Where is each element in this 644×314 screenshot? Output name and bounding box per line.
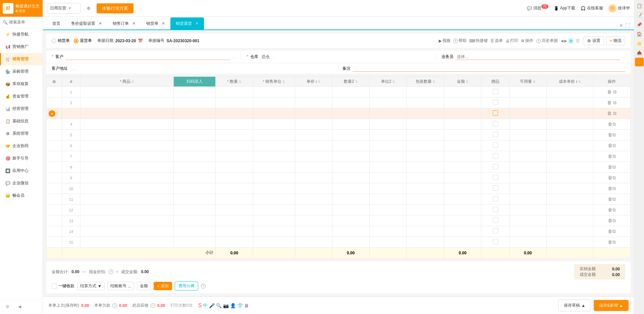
copy-icon[interactable]: ⧉ <box>612 229 616 234</box>
qty2-cell[interactable] <box>332 108 369 119</box>
add-payment-btn[interactable]: + 添加 <box>154 282 172 290</box>
save-draft-btn[interactable]: 保存草稿 ▲ <box>558 300 591 311</box>
unit-price-cell[interactable] <box>295 98 332 108</box>
gift-checkbox[interactable] <box>493 110 498 116</box>
delete-icon[interactable]: 🗑 <box>608 175 612 180</box>
tab-close-window-icon[interactable]: ✕ <box>619 23 623 28</box>
cost-sort-icon[interactable]: ⇅ <box>578 80 581 83</box>
copy-icon[interactable]: ⧉ <box>612 132 616 137</box>
next-page-icon[interactable]: ▶ <box>564 39 567 43</box>
copy-icon[interactable]: ⧉ <box>612 175 616 180</box>
sale-unit-cell[interactable] <box>253 87 295 98</box>
sidebar-item-newguide[interactable]: 🎯 新手引导 <box>0 152 43 165</box>
product-cell[interactable] <box>80 98 174 108</box>
product-cell[interactable] <box>80 87 174 98</box>
logistics-btn[interactable]: + 物流 <box>606 36 625 45</box>
debt-info-icon[interactable]: ? <box>112 303 117 308</box>
copy-icon[interactable]: ⧉ <box>612 218 616 223</box>
customer-input[interactable] <box>65 54 230 60</box>
qty-sort-icon[interactable]: ⇅ <box>239 80 241 83</box>
copy-icon[interactable]: ⧉ <box>612 186 616 191</box>
sidebar-settings-btn[interactable]: ⚙ <box>3 302 12 311</box>
gift-checkbox[interactable] <box>493 153 498 159</box>
active-product-cell[interactable] <box>80 108 174 119</box>
sidebar-item-basic[interactable]: 📋 基础信息 <box>0 115 43 127</box>
qty2-cell[interactable] <box>332 98 369 108</box>
qty2-sort-icon[interactable]: ⇅ <box>355 80 358 83</box>
toolbar-video[interactable]: ▶ 视频 <box>439 38 450 44</box>
gift-checkbox[interactable] <box>493 100 498 105</box>
save-draft-arrow[interactable]: ▲ <box>581 303 585 308</box>
gift-checkbox[interactable] <box>493 217 498 223</box>
gift-cell[interactable] <box>481 98 509 108</box>
price-sort-icon[interactable]: ⇅ <box>318 80 321 83</box>
mic-icon[interactable]: 🎤 <box>209 303 215 308</box>
sidebar-item-system[interactable]: ⚙ 系统管理 <box>0 127 43 140</box>
delete-icon[interactable]: 🗑 <box>608 143 612 148</box>
sidebar-item-quicknav[interactable]: ⚡ 快捷导航 <box>0 28 43 41</box>
copy-icon[interactable]: ⧉ <box>613 111 616 116</box>
quantity-cell[interactable] <box>216 108 253 119</box>
copy-icon[interactable]: ⧉ <box>612 143 616 148</box>
message-btn[interactable]: 💬 消息 70 <box>527 5 548 11</box>
gift-checkbox[interactable] <box>493 89 498 94</box>
delete-icon[interactable]: 🗑 <box>608 153 612 159</box>
sidebar-item-enterprise[interactable]: 🤝 企业协同 <box>0 140 43 152</box>
address-dots[interactable]: ... <box>72 66 76 71</box>
user2-icon[interactable]: 👤 <box>230 303 236 308</box>
search2-icon[interactable]: 🔍 <box>216 303 222 308</box>
warehouse-dots[interactable]: ... <box>272 54 275 59</box>
col-barcode[interactable]: 扫码录入 <box>174 77 216 87</box>
gift-cell[interactable] <box>481 87 509 98</box>
amount-sort-icon[interactable]: ⇅ <box>466 80 469 83</box>
unit2-cell[interactable] <box>369 98 407 108</box>
gift-checkbox[interactable] <box>493 175 498 180</box>
account-num-select[interactable]: 结账账号 ... <box>107 282 134 290</box>
delete-icon[interactable]: 🗑 <box>608 132 612 137</box>
gift-checkbox[interactable] <box>493 121 498 126</box>
gift-checkbox[interactable] <box>493 132 498 137</box>
sale-unit-cell[interactable] <box>253 98 295 108</box>
copy-icon[interactable]: ⧉ <box>612 207 616 212</box>
delete-icon[interactable]: 🗑 <box>607 111 612 116</box>
pack-qty-cell[interactable] <box>407 108 444 119</box>
tab-close-sale-setting[interactable]: ✕ <box>99 21 102 26</box>
delete-icon[interactable]: 🗑 <box>608 121 612 127</box>
experience-btn[interactable]: 体验行业方案 <box>97 3 133 13</box>
right-panel-icon-active[interactable]: 🔶 <box>635 58 644 66</box>
delete-icon[interactable]: 🗑 <box>608 229 612 234</box>
one-click-payment[interactable]: 一键收款 <box>52 283 74 289</box>
right-panel-icon-star[interactable]: ⭐ <box>635 39 644 48</box>
gift-checkbox[interactable] <box>493 185 498 191</box>
unit2-sort-icon[interactable]: ⇅ <box>392 80 395 83</box>
col-settings[interactable]: ⚙ <box>47 77 62 87</box>
tab-home[interactable]: 首页 <box>47 17 66 29</box>
copy-icon[interactable]: ⧉ <box>612 164 616 170</box>
copy-icon[interactable]: ⧉ <box>612 153 616 159</box>
gift-checkbox[interactable] <box>493 164 498 169</box>
right-panel-icon-pin[interactable]: 📌 <box>635 20 644 29</box>
app-download-btn[interactable]: 📱 App下载 <box>554 5 575 11</box>
unit-price-info-icon[interactable]: ℹ <box>316 80 317 83</box>
sidebar-item-membership[interactable]: 👑 畅会员 <box>0 189 43 202</box>
save-new-btn[interactable]: 保存&新增 ▲ <box>594 300 629 311</box>
cn-icon[interactable]: 中 <box>203 303 208 309</box>
sidebar-item-appcenter[interactable]: 🔲 应用中心 <box>0 165 43 177</box>
right-panel-icon-home[interactable]: 🏠 <box>635 29 644 38</box>
view-list-icon[interactable]: ☰ <box>575 38 581 44</box>
tab-close-sale-return[interactable]: ✕ <box>195 21 199 26</box>
qr-icon[interactable]: 📷 <box>223 303 229 308</box>
delete-icon[interactable]: 🗑 <box>607 89 612 95</box>
toolbar-shortcut[interactable]: ⌨ 快捷键 <box>469 38 488 44</box>
account-method-select[interactable]: 结算方式 ▼ <box>77 282 105 290</box>
tab-sale-return[interactable]: 销货退货 ✕ <box>170 17 204 29</box>
s-icon[interactable]: S <box>198 303 202 309</box>
gift-checkbox[interactable] <box>493 239 498 244</box>
customer-dots[interactable]: ... <box>232 54 235 59</box>
copy-icon[interactable]: ⧉ <box>613 100 616 105</box>
pack-qty-cell[interactable] <box>407 87 444 98</box>
salesperson-dots[interactable]: ... <box>622 54 625 59</box>
copy-icon[interactable]: ⧉ <box>613 89 616 95</box>
tab-sale-setting[interactable]: 售价提取设置 ✕ <box>66 17 107 29</box>
pack-qty-cell[interactable] <box>407 98 444 108</box>
